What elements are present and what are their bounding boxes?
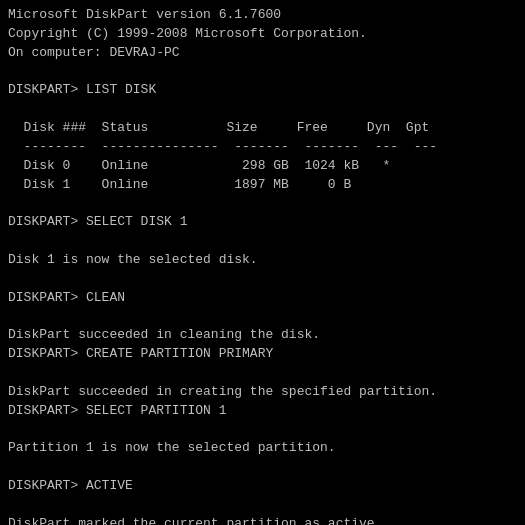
msg-clean-success: DiskPart succeeded in cleaning the disk. [8,326,517,345]
blank-10 [8,496,517,515]
table-separator: -------- --------------- ------- -------… [8,138,517,157]
disk-0-row: Disk 0 Online 298 GB 1024 kB * [8,157,517,176]
cmd-clean: DISKPART> CLEAN [8,289,517,308]
header-line-3: On computer: DEVRAJ-PC [8,44,517,63]
blank-5 [8,270,517,289]
disk-1-row: Disk 1 Online 1897 MB 0 B [8,176,517,195]
cmd-list-disk: DISKPART> LIST DISK [8,81,517,100]
blank-7 [8,364,517,383]
cmd-select-disk: DISKPART> SELECT DISK 1 [8,213,517,232]
blank-8 [8,421,517,440]
blank-2 [8,100,517,119]
blank-6 [8,308,517,327]
header-line-2: Copyright (C) 1999-2008 Microsoft Corpor… [8,25,517,44]
header-line-1: Microsoft DiskPart version 6.1.7600 [8,6,517,25]
blank-1 [8,63,517,82]
blank-3 [8,194,517,213]
blank-4 [8,232,517,251]
msg-disk-selected: Disk 1 is now the selected disk. [8,251,517,270]
msg-active: DiskPart marked the current partition as… [8,515,517,525]
terminal-window: Microsoft DiskPart version 6.1.7600 Copy… [0,0,525,525]
cmd-create-partition: DISKPART> CREATE PARTITION PRIMARY [8,345,517,364]
cmd-active: DISKPART> ACTIVE [8,477,517,496]
blank-9 [8,458,517,477]
table-header: Disk ### Status Size Free Dyn Gpt [8,119,517,138]
cmd-select-partition: DISKPART> SELECT PARTITION 1 [8,402,517,421]
msg-partition-created: DiskPart succeeded in creating the speci… [8,383,517,402]
msg-partition-selected: Partition 1 is now the selected partitio… [8,439,517,458]
